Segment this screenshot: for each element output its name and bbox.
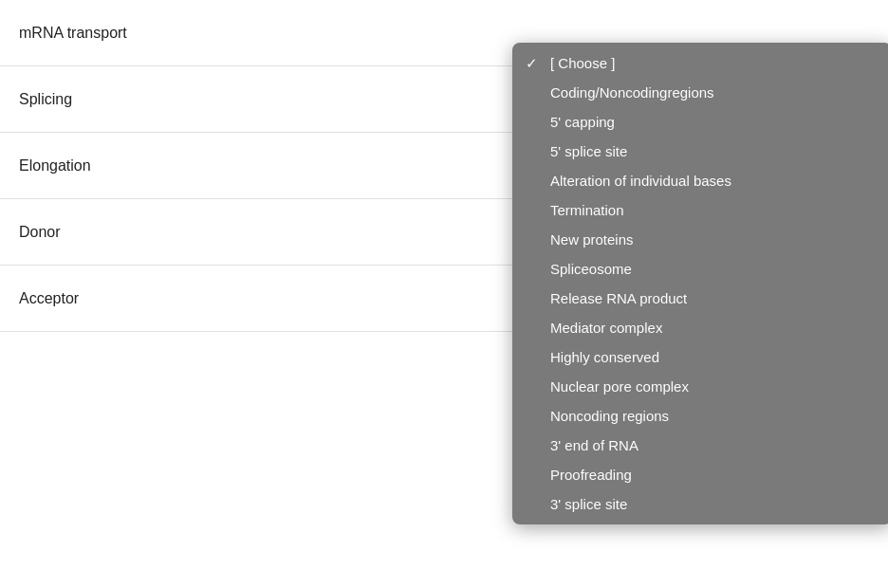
table-row: mRNA transport [ Choose ] Coding/Noncodi… <box>0 0 888 66</box>
dropdown-item-alteration[interactable]: Alteration of individual bases <box>512 166 888 195</box>
main-table: mRNA transport [ Choose ] Coding/Noncodi… <box>0 0 888 332</box>
dropdown-item-coding[interactable]: Coding/Noncodingregions <box>512 78 888 107</box>
dropdown-item-five-capping[interactable]: 5' capping <box>512 107 888 137</box>
dropdown-item-new-proteins[interactable]: New proteins <box>512 225 888 254</box>
dropdown-item-proofreading[interactable]: Proofreading <box>512 460 888 489</box>
dropdown-item-termination[interactable]: Termination <box>512 195 888 225</box>
dropdown-item-five-splice[interactable]: 5' splice site <box>512 137 888 166</box>
row-label-donor: Donor <box>19 224 209 241</box>
dropdown-item-spliceosome[interactable]: Spliceosome <box>512 254 888 284</box>
row-label-mrna: mRNA transport <box>19 25 209 42</box>
dropdown-item-three-end[interactable]: 3' end of RNA <box>512 431 888 460</box>
dropdown-item-noncoding[interactable]: Noncoding regions <box>512 401 888 431</box>
dropdown-item-release-rna[interactable]: Release RNA product <box>512 284 888 313</box>
row-label-elongation: Elongation <box>19 157 209 175</box>
dropdown-item-highly-conserved[interactable]: Highly conserved <box>512 342 888 372</box>
row-label-acceptor: Acceptor <box>19 290 209 307</box>
dropdown-item-three-splice[interactable]: 3' splice site <box>512 489 888 519</box>
row-label-splicing: Splicing <box>19 91 209 108</box>
dropdown-menu[interactable]: [ Choose ] Coding/Noncodingregions 5' ca… <box>512 43 888 524</box>
dropdown-item-nuclear-pore[interactable]: Nuclear pore complex <box>512 372 888 401</box>
dropdown-item-mediator[interactable]: Mediator complex <box>512 313 888 342</box>
dropdown-item-choose[interactable]: [ Choose ] <box>512 48 888 78</box>
